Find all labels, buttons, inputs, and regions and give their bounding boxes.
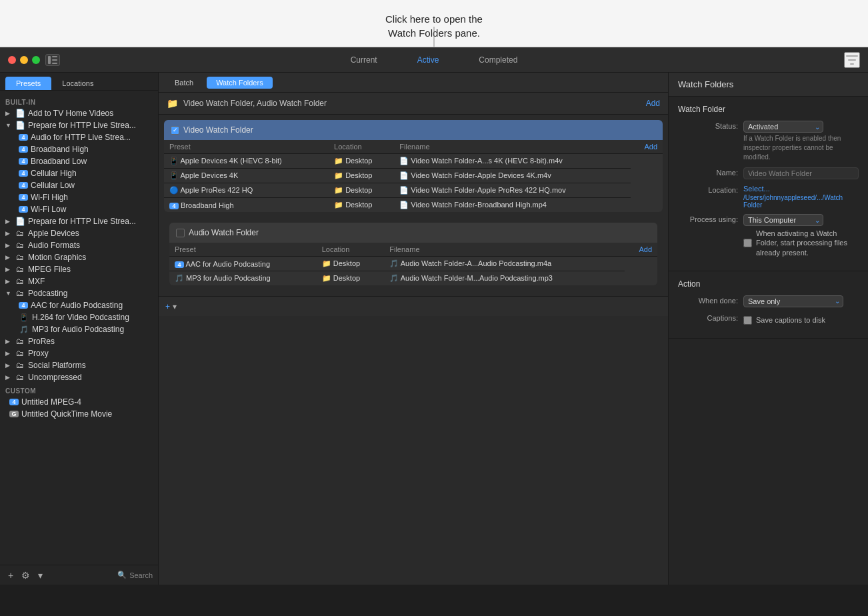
sidebar-item-h264-podcasting[interactable]: 📱 H.264 for Video Podcasting — [0, 311, 158, 323]
location-cell: 📁 Desktop — [317, 271, 385, 286]
preset-col-header: Preset — [169, 243, 317, 257]
svg-rect-0 — [48, 56, 51, 64]
sidebar-item-social-platforms[interactable]: ▶ 🗂 Social Platforms — [0, 359, 158, 371]
sidebar-item-mxf[interactable]: ▶ 🗂 MXF — [0, 275, 158, 287]
search-label: Search — [129, 571, 153, 579]
sidebar-item-cellular-low[interactable]: 4 Cellular Low — [0, 179, 158, 191]
sidebar-item-wifi-low[interactable]: 4 Wi-Fi Low — [0, 203, 158, 215]
tab-active[interactable]: Active — [397, 53, 459, 67]
video-watch-folder-header[interactable]: ✓ Video Watch Folder — [164, 120, 663, 140]
video-watch-folder-section: ✓ Video Watch Folder Preset Location Fil… — [164, 120, 663, 212]
status-helper-text: If a Watch Folder is enabled then inspec… — [743, 134, 859, 162]
folder-icon: 📁 — [334, 157, 343, 165]
when-done-row: When done: Save only Delete source ⌄ — [678, 295, 859, 307]
item-label: MPEG Files — [28, 265, 71, 274]
audio-folder-checkbox[interactable] — [176, 229, 185, 237]
add-button[interactable]: + — [165, 302, 170, 311]
when-done-select[interactable]: Save only Delete source — [743, 295, 843, 307]
add-watch-folder-button[interactable]: Add — [646, 99, 660, 108]
sidebar-item-prepare-http1[interactable]: ▼ 📄 Prepare for HTTP Live Strea... — [0, 119, 158, 131]
audio-watch-folder-header[interactable]: Audio Watch Folder — [169, 223, 657, 243]
name-input[interactable] — [743, 167, 859, 179]
sidebar-item-uncompressed[interactable]: ▶ 🗂 Uncompressed — [0, 371, 158, 383]
sidebar-item-wifi-high[interactable]: 4 Wi-Fi High — [0, 191, 158, 203]
sidebar-item-untitled-mpeg4[interactable]: 4 Untitled MPEG-4 — [0, 396, 158, 408]
badge: 4 — [19, 182, 28, 189]
watch-folder-properties: Watch Folder Status: Activated Deactivat… — [669, 97, 868, 271]
close-button[interactable] — [8, 56, 16, 64]
chevron-icon: ▶ — [5, 338, 12, 345]
video-folder-title: Video Watch Folder — [183, 125, 253, 135]
item-label: Add to TV Home Videos — [28, 109, 113, 118]
sidebar-item-proxy[interactable]: ▶ 🗂 Proxy — [0, 347, 158, 359]
badge: 4 — [175, 261, 184, 268]
add-preset-col[interactable]: Add — [625, 243, 657, 257]
tooltip-pointer — [434, 27, 435, 47]
filter-button[interactable] — [844, 52, 860, 68]
sidebar-item-cellular-high[interactable]: 4 Cellular High — [0, 167, 158, 179]
table-row: 📱 Apple Devices 4K (HEVC 8-bit) 📁 Deskto… — [164, 154, 663, 169]
sidebar-item-aac-podcasting[interactable]: 4 AAC for Audio Podcasting — [0, 299, 158, 311]
sidebar-item-broadband-high[interactable]: 4 Broadband High — [0, 143, 158, 155]
maximize-button[interactable] — [32, 56, 40, 64]
batch-button[interactable]: Batch — [165, 77, 203, 89]
minimize-button[interactable] — [20, 56, 28, 64]
process-select[interactable]: This Computer — [743, 214, 823, 226]
tab-presets[interactable]: Presets — [5, 77, 51, 90]
sidebar-item-podcasting[interactable]: ▼ 🗂 Podcasting — [0, 287, 158, 299]
chevron-icon: ▾ — [173, 302, 177, 311]
item-label: Wi-Fi Low — [31, 205, 66, 214]
chevron-down-button[interactable]: ▾ — [35, 570, 45, 581]
sidebar-item-mp3-podcasting[interactable]: 🎵 MP3 for Audio Podcasting — [0, 323, 158, 335]
folder-icon: 📁 — [322, 259, 331, 267]
location-cell: 📁 Desktop — [329, 154, 394, 169]
sidebar-toggle-button[interactable] — [45, 54, 60, 66]
file-icon: 📄 — [15, 109, 25, 118]
file-icon: 📄 — [399, 186, 409, 194]
sidebar-item-audio-formats[interactable]: ▶ 🗂 Audio Formats — [0, 239, 158, 251]
sidebar-item-mpeg-files[interactable]: ▶ 🗂 MPEG Files — [0, 263, 158, 275]
filename-cell: 📄 Video Watch Folder-Apple ProRes 422 HQ… — [394, 183, 631, 198]
tab-current[interactable]: Current — [331, 53, 397, 67]
section-custom: CUSTOM — [0, 383, 158, 396]
settings-button[interactable]: ⚙ — [19, 570, 33, 581]
location-value-area: Select... /Users/johnnyappleseed/.../Wat… — [743, 185, 859, 209]
captions-checkbox[interactable] — [743, 316, 752, 325]
tab-completed[interactable]: Completed — [459, 53, 537, 67]
audio-folder-title: Audio Watch Folder — [189, 228, 259, 237]
folder-icon: 🗂 — [15, 241, 25, 250]
name-row: Name: — [678, 167, 859, 179]
tab-locations[interactable]: Locations — [51, 77, 104, 90]
preset-cell: 🔵 Apple ProRes 422 HQ — [164, 183, 329, 198]
folder-icon: 🗂 — [15, 349, 25, 358]
sidebar-item-untitled-quicktime[interactable]: G Untitled QuickTime Movie — [0, 408, 158, 420]
svg-rect-4 — [846, 55, 858, 57]
preset-cell: 🎵 MP3 for Audio Podcasting — [169, 271, 317, 286]
activating-label: When activating a Watch Folder, start pr… — [756, 229, 859, 257]
status-select[interactable]: Activated Deactivated — [743, 121, 823, 133]
chevron-icon: ▶ — [5, 350, 12, 357]
activating-checkbox-row: When activating a Watch Folder, start pr… — [743, 229, 859, 257]
when-done-value-area: Save only Delete source ⌄ — [743, 295, 859, 307]
item-label: Cellular Low — [31, 181, 75, 190]
sidebar-item-add-tv[interactable]: ▶ 📄 Add to TV Home Videos — [0, 107, 158, 119]
audio-file-icon: 🎵 — [389, 259, 399, 267]
item-label: Cellular High — [31, 169, 77, 178]
sidebar-item-broadband-low[interactable]: 4 Broadband Low — [0, 155, 158, 167]
folder-icon: 📁 — [334, 171, 343, 179]
sidebar-item-apple-devices[interactable]: ▶ 🗂 Apple Devices — [0, 227, 158, 239]
audio-watch-folder-section: Audio Watch Folder Preset Location Filen… — [164, 217, 663, 291]
video-folder-checkbox[interactable]: ✓ — [171, 126, 179, 135]
add-preset-button[interactable]: + — [5, 570, 16, 581]
folder-icon: 🗂 — [15, 253, 25, 262]
sidebar-item-motion-graphics[interactable]: ▶ 🗂 Motion Graphics — [0, 251, 158, 263]
sidebar-item-prepare-http2[interactable]: ▶ 📄 Prepare for HTTP Live Strea... — [0, 215, 158, 227]
prores-icon: 🔵 — [169, 186, 179, 194]
watch-folders-button[interactable]: Watch Folders — [207, 77, 273, 89]
add-preset-col[interactable]: Add — [631, 140, 663, 154]
sidebar-item-prores[interactable]: ▶ 🗂 ProRes — [0, 335, 158, 347]
sidebar-item-audio-http[interactable]: 4 Audio for HTTP Live Strea... — [0, 131, 158, 143]
activating-checkbox[interactable] — [743, 239, 752, 247]
titlebar-tabs: Current Active Completed — [331, 53, 538, 67]
location-select-link[interactable]: Select... — [743, 185, 770, 193]
